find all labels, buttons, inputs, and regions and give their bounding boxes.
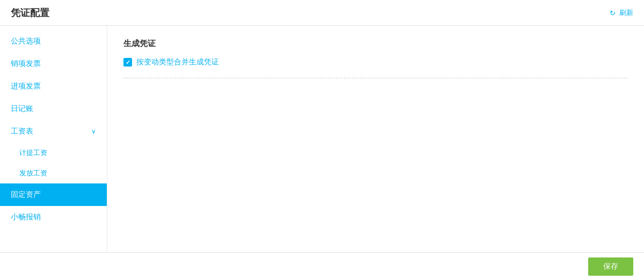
page-wrapper: 凭证配置 ↻ 刷新 公共选项 销项发票 进项发票 日记账 工资表 ∨: [0, 0, 644, 280]
footer: 保存: [0, 252, 644, 280]
sidebar-item-journal[interactable]: 日记账: [0, 98, 107, 120]
checkbox-label: 按变动类型合并生成凭证: [136, 57, 219, 67]
sidebar-item-label: 固定资产: [11, 190, 41, 200]
body: 公共选项 销项发票 进项发票 日记账 工资表 ∨ 计提工资 发放工资 固定资: [0, 26, 644, 252]
refresh-icon: ↻: [610, 9, 617, 17]
sidebar-item-payroll-pay[interactable]: 发放工资: [0, 163, 107, 183]
sidebar-item-label: 公共选项: [11, 36, 41, 46]
section-title: 生成凭证: [123, 39, 628, 49]
divider: [123, 78, 628, 78]
merge-checkbox[interactable]: ✓: [123, 58, 132, 67]
sidebar-subitem-label: 发放工资: [19, 169, 47, 177]
sidebar-item-payroll-calc[interactable]: 计提工资: [0, 143, 107, 163]
chevron-down-icon: ∨: [91, 128, 96, 135]
sidebar-item-purchase-invoice[interactable]: 进项发票: [0, 75, 107, 98]
sidebar-item-label: 小畅报销: [11, 212, 41, 222]
main-content: 生成凭证 ✓ 按变动类型合并生成凭证: [107, 26, 644, 252]
sidebar-item-fixed-assets[interactable]: 固定资产: [0, 183, 107, 206]
header: 凭证配置 ↻ 刷新: [0, 0, 644, 26]
sidebar-item-label: 日记账: [11, 104, 33, 114]
sidebar-item-payroll[interactable]: 工资表 ∨: [0, 120, 107, 143]
sidebar-item-sales-invoice[interactable]: 销项发票: [0, 53, 107, 75]
check-mark-icon: ✓: [126, 59, 130, 66]
sidebar-item-label: 进项发票: [11, 82, 41, 91]
sidebar: 公共选项 销项发票 进项发票 日记账 工资表 ∨ 计提工资 发放工资 固定资: [0, 26, 107, 252]
sidebar-subitem-label: 计提工资: [19, 149, 47, 157]
save-button[interactable]: 保存: [588, 257, 633, 276]
sidebar-item-expense[interactable]: 小畅报销: [0, 206, 107, 229]
refresh-label: 刷新: [619, 8, 633, 18]
sidebar-item-label: 销项发票: [11, 59, 41, 69]
page-title: 凭证配置: [11, 6, 49, 19]
checkbox-row: ✓ 按变动类型合并生成凭证: [123, 57, 628, 67]
sidebar-item-label: 工资表: [11, 127, 33, 136]
sidebar-item-public[interactable]: 公共选项: [0, 30, 107, 53]
refresh-button[interactable]: ↻ 刷新: [610, 8, 633, 18]
